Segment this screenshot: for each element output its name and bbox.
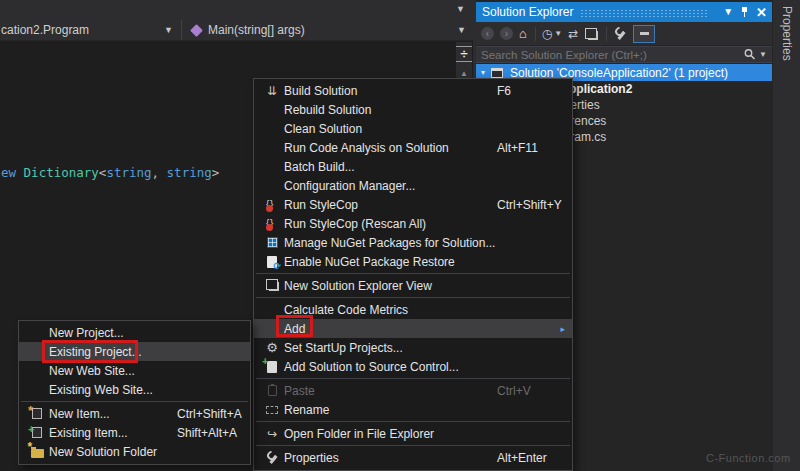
menu-item-label: Run StyleCop (Rescan All) xyxy=(284,217,497,231)
menu-item-batch-build[interactable]: Batch Build... xyxy=(254,157,572,176)
rename-icon xyxy=(266,406,278,414)
code-token: , xyxy=(152,165,167,180)
menu-item-label: Rename xyxy=(284,403,497,417)
member-selector-label: Main(string[] args) xyxy=(208,23,305,37)
tab-overflow-chevron-icon[interactable]: ▼ xyxy=(456,5,465,14)
menu-separator xyxy=(256,378,570,379)
code-token: > xyxy=(212,165,220,180)
solution-explorer-titlebar[interactable]: Solution Explorer ▼ ✕ xyxy=(476,2,772,22)
back-icon[interactable]: ‹ xyxy=(481,27,494,40)
split-editor-gripper-icon[interactable]: ÷ xyxy=(456,46,472,62)
type-selector-dropdown[interactable]: cation2.Program ▼ xyxy=(0,20,182,40)
menu-item-add-solution-to-source-control[interactable]: Add Solution to Source Control... xyxy=(254,357,572,376)
menu-item-run-stylecop[interactable]: Run StyleCopCtrl+Shift+Y xyxy=(254,195,572,214)
nsf-icon xyxy=(31,449,44,458)
code-token: string xyxy=(106,165,151,180)
menu-item-label: Batch Build... xyxy=(284,160,497,174)
menu-item-label: Clean Solution xyxy=(284,122,497,136)
solution-icon xyxy=(491,68,503,78)
expand-arrow-icon[interactable]: ▾ xyxy=(481,68,491,77)
menu-item-label: New Solution Folder xyxy=(49,445,177,459)
menu-item-run-stylecop-rescan-all[interactable]: Run StyleCop (Rescan All) xyxy=(254,214,572,233)
menu-item-enable-nuget-package-restore[interactable]: Enable NuGet Package Restore xyxy=(254,252,572,271)
nuget-restore-icon xyxy=(267,256,277,268)
collapse-all-icon[interactable] xyxy=(584,28,598,40)
member-selector-dropdown[interactable]: Main(string[] args) ▼ xyxy=(182,20,473,40)
existing-item-icon xyxy=(32,427,42,438)
menu-item-label: Set StartUp Projects... xyxy=(284,341,497,355)
tab-properties-vertical[interactable]: Properties xyxy=(780,0,794,61)
search-input[interactable] xyxy=(481,49,743,61)
editor-navigation-bar: cation2.Program ▼ Main(string[] args) ▼ xyxy=(0,20,473,41)
menu-item-new-solution-folder[interactable]: New Solution Folder xyxy=(19,442,250,461)
menu-item-existing-item[interactable]: Existing Item...Shift+Alt+A xyxy=(19,423,250,442)
search-options-chevron-icon[interactable]: ▼ xyxy=(759,50,767,59)
menu-item-new-web-site[interactable]: New Web Site... xyxy=(19,361,250,380)
method-icon xyxy=(190,24,203,37)
forward-icon[interactable]: › xyxy=(500,27,513,40)
scrollbar-up-arrow-icon[interactable]: ▲ xyxy=(456,69,472,78)
close-icon[interactable]: ✕ xyxy=(756,6,767,19)
document-tab-strip: ▼ xyxy=(0,0,473,20)
menu-item-existing-web-site[interactable]: Existing Web Site... xyxy=(19,380,250,399)
menu-item-paste[interactable]: PasteCtrl+V xyxy=(254,381,572,400)
preview-selected-items-icon[interactable] xyxy=(633,25,655,43)
menu-item-label: Rebuild Solution xyxy=(284,103,497,117)
menu-item-shortcut: Alt+Enter xyxy=(497,451,547,465)
menu-item-open-folder-in-file-explorer[interactable]: Open Folder in File Explorer xyxy=(254,424,572,443)
menu-item-shortcut: F6 xyxy=(497,84,511,98)
menu-separator xyxy=(256,445,570,446)
menu-item-build-solution[interactable]: Build SolutionF6 xyxy=(254,81,572,100)
search-box: ▼ xyxy=(476,46,772,63)
menu-item-label: New Project... xyxy=(49,326,177,340)
menu-item-run-code-analysis-on-solution[interactable]: Run Code Analysis on SolutionAlt+F11 xyxy=(254,138,572,157)
nuget-icon xyxy=(267,237,278,248)
menu-item-label: Existing Item... xyxy=(49,426,177,440)
menu-item-label: Existing Web Site... xyxy=(49,383,177,397)
search-icon[interactable] xyxy=(743,48,756,61)
code-token: ew xyxy=(1,165,24,180)
home-icon[interactable]: ⌂ xyxy=(519,27,527,40)
pending-changes-icon[interactable]: ◷▼ xyxy=(542,28,562,40)
menu-item-set-startup-projects[interactable]: Set StartUp Projects... xyxy=(254,338,572,357)
code-token: string xyxy=(167,165,212,180)
build-icon xyxy=(267,84,277,98)
menu-separator xyxy=(21,401,248,402)
menu-item-label: Manage NuGet Packages for Solution... xyxy=(284,236,497,250)
submenu-arrow-icon: ▸ xyxy=(560,324,565,334)
menu-item-label: Properties xyxy=(284,451,497,465)
properties-wrench-icon[interactable] xyxy=(613,27,627,41)
menu-item-label: Enable NuGet Package Restore xyxy=(284,255,497,269)
menu-item-label: Paste xyxy=(284,384,497,398)
menu-item-shortcut: Ctrl+Shift+Y xyxy=(497,198,562,212)
menu-item-shortcut: Ctrl+V xyxy=(497,384,531,398)
menu-item-new-item[interactable]: New Item...Ctrl+Shift+A xyxy=(19,404,250,423)
wrench-icon xyxy=(265,451,279,465)
menu-item-label: Calculate Code Metrics xyxy=(284,303,497,317)
pin-icon[interactable] xyxy=(740,6,749,18)
type-selector-label: cation2.Program xyxy=(1,23,89,37)
menu-item-shortcut: Ctrl+Shift+A xyxy=(177,407,242,421)
menu-item-shortcut: Alt+F11 xyxy=(497,141,538,155)
new-item-icon xyxy=(32,408,42,419)
menu-item-clean-solution[interactable]: Clean Solution xyxy=(254,119,572,138)
sc-add-icon xyxy=(267,361,277,373)
new-view-icon xyxy=(269,282,279,291)
sync-with-active-document-icon[interactable]: ⇄ xyxy=(568,28,578,40)
menu-item-label: Add Solution to Source Control... xyxy=(284,360,497,374)
menu-item-properties[interactable]: PropertiesAlt+Enter xyxy=(254,448,572,467)
menu-item-rebuild-solution[interactable]: Rebuild Solution xyxy=(254,100,572,119)
titlebar-grip-dots xyxy=(580,9,709,18)
gear-icon xyxy=(266,341,278,355)
menu-item-new-solution-explorer-view[interactable]: New Solution Explorer View xyxy=(254,276,572,295)
menu-separator xyxy=(256,297,570,298)
menu-item-rename[interactable]: Rename xyxy=(254,400,572,419)
menu-item-label: Run Code Analysis on Solution xyxy=(284,141,497,155)
menu-item-configuration-manager[interactable]: Configuration Manager... xyxy=(254,176,572,195)
solution-context-menu: Build SolutionF6Rebuild SolutionClean So… xyxy=(253,78,573,471)
menu-item-label: New Solution Explorer View xyxy=(284,279,497,293)
menu-item-label: Configuration Manager... xyxy=(284,179,497,193)
menu-item-manage-nuget-packages-for-solution[interactable]: Manage NuGet Packages for Solution... xyxy=(254,233,572,252)
window-position-chevron-icon[interactable]: ▼ xyxy=(723,7,733,17)
right-dock-strip: Properties xyxy=(772,0,800,471)
